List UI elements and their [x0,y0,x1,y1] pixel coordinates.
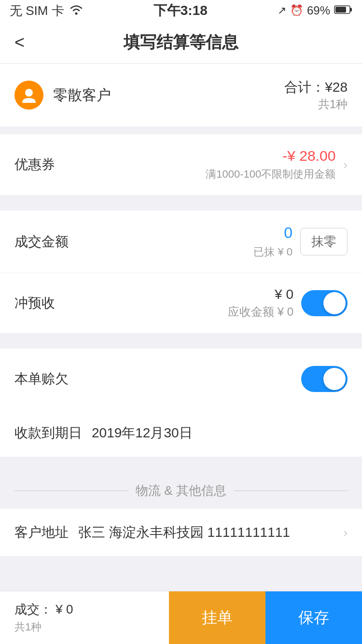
logistics-line-left [14,490,128,491]
customer-total-area: 合计：¥28 共1种 [284,78,348,112]
divider-2 [0,341,362,349]
prepaid-value: ¥ 0 [228,287,293,302]
coupon-discount: -¥ 28.00 [206,148,335,164]
bottom-deal-value: ¥ 0 [56,602,73,616]
battery-icon [334,4,352,17]
due-date-row: 收款到期日 2019年12月30日 [0,409,362,457]
address-row[interactable]: 客户地址 张三 海淀永丰科技园 11111111111 › [0,509,362,556]
coupon-desc: 满1000-100不限制使用金额 [206,167,335,182]
deal-prepaid-section: 成交金额 0 已抹 ¥ 0 抹零 冲预收 ¥ 0 应收金额 ¥ 0 [0,210,362,333]
divider-3 [0,465,362,473]
customer-row: 零散客户 合计：¥28 共1种 [0,64,362,126]
address-value: 张三 海淀永丰科技园 11111111111 [78,523,343,542]
nav-title: 填写结算等信息 [124,31,238,54]
address-chevron: › [343,525,348,540]
due-date-value[interactable]: 2019年12月30日 [92,424,193,442]
wifi-icon [69,3,84,18]
deal-amount-row: 成交金额 0 已抹 ¥ 0 抹零 [0,210,362,273]
deal-amount-right: 0 已抹 ¥ 0 抹零 [253,224,348,259]
customer-count: 共1种 [284,97,348,112]
address-section: 客户地址 张三 海淀永丰科技园 11111111111 › [0,509,362,556]
credit-row: 本单赊欠 [0,349,362,409]
logistics-line-right [234,490,348,491]
credit-toggle-knob [323,368,346,390]
credit-label: 本单赊欠 [14,370,69,388]
deal-amount-sub: 已抹 ¥ 0 [253,245,292,259]
customer-section: 零散客户 合计：¥28 共1种 [0,64,362,126]
logistics-header: 物流 & 其他信息 [0,473,362,509]
divider-1 [0,203,362,210]
no-sim-text: 无 SIM 卡 [10,2,64,19]
customer-avatar [14,81,43,110]
due-date-label: 收款到期日 [14,424,82,442]
back-button[interactable]: < [14,32,25,53]
credit-section: 本单赊欠 收款到期日 2019年12月30日 [0,349,362,457]
bottom-deal-label: 成交： [14,602,52,616]
bottom-info: 成交： ¥ 0 共1种 [0,601,169,634]
bottom-count: 共1种 [14,620,154,634]
bottom-bar: 成交： ¥ 0 共1种 挂单 保存 [0,591,362,644]
coupon-row[interactable]: 优惠券 -¥ 28.00 满1000-100不限制使用金额 › [0,134,362,195]
coupon-right: -¥ 28.00 满1000-100不限制使用金额 › [206,148,348,182]
hold-button[interactable]: 挂单 [169,591,265,644]
round-zero-button[interactable]: 抹零 [300,228,348,255]
credit-toggle[interactable] [301,366,348,392]
logistics-label: 物流 & 其他信息 [136,482,226,499]
customer-name: 零散客户 [53,85,111,105]
prepaid-toggle-knob [323,292,346,314]
customer-left: 零散客户 [14,81,111,110]
svg-point-4 [25,89,33,97]
svg-rect-3 [335,7,346,13]
nav-bar: < 填写结算等信息 [0,21,362,64]
customer-total: 合计：¥28 [284,78,348,97]
status-time: 下午3:18 [153,1,208,20]
location-icon: ↗ [278,4,286,17]
status-left: 无 SIM 卡 [10,2,84,19]
battery-text: 69% [307,4,330,17]
address-label: 客户地址 [14,523,69,542]
bottom-deal: 成交： ¥ 0 [14,601,154,618]
coupon-label: 优惠券 [14,155,55,174]
alarm-icon: ⏰ [290,4,303,17]
status-right: ↗ ⏰ 69% [278,4,352,17]
prepaid-row: 冲预收 ¥ 0 应收金额 ¥ 0 [0,273,362,333]
coupon-chevron: › [343,157,348,172]
prepaid-label: 冲预收 [14,294,55,312]
svg-rect-2 [350,8,352,12]
prepaid-toggle[interactable] [301,290,348,316]
status-bar: 无 SIM 卡 下午3:18 ↗ ⏰ 69% [0,0,362,21]
content: 零散客户 合计：¥28 共1种 优惠券 -¥ 28.00 满1000-100不限… [0,64,362,644]
save-button[interactable]: 保存 [265,591,362,644]
deal-amount-value[interactable]: 0 [253,224,292,242]
prepaid-right: ¥ 0 应收金额 ¥ 0 [228,287,348,320]
coupon-section: 优惠券 -¥ 28.00 满1000-100不限制使用金额 › [0,134,362,195]
svg-point-0 [75,12,77,14]
deal-amount-label: 成交金额 [14,233,69,251]
credit-right [301,366,348,392]
prepaid-sub: 应收金额 ¥ 0 [228,304,293,320]
